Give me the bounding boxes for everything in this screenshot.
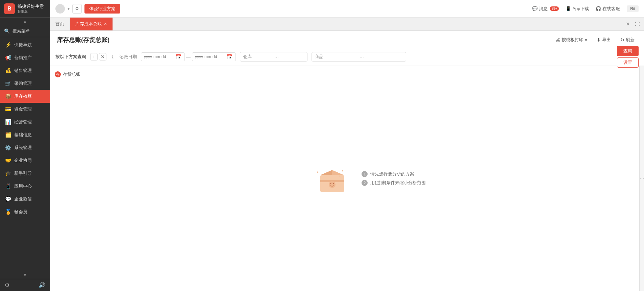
message-btn[interactable]: 💬 消息 99+ — [532, 6, 559, 12]
refresh-icon: ↻ — [620, 37, 624, 43]
industry-btn[interactable]: 体验行业方案 — [84, 4, 120, 14]
tab-inventory-cost[interactable]: 库存成本总账 ✕ — [70, 18, 113, 30]
svg-point-5 — [330, 183, 331, 184]
tab-close-icon[interactable]: ✕ — [104, 22, 107, 26]
data-area: ✦ ✦ ✦ 1 请先选择要分析的方案 2 用[过滤]条件来缩 — [100, 66, 639, 291]
sidebar: B 畅捷通好生意 标准版 ▲ 🔍 搜索菜单 ⚡快捷导航📢营销推广💰销售管理🛒采购… — [0, 0, 50, 291]
logo-text: 畅捷通好生意 标准版 — [18, 4, 44, 14]
online-service-btn[interactable]: 🎧 在线客服 — [596, 6, 620, 12]
filter-bar: 按以下方案查询 + ✕ 《 记账日期 📅 — 📅 仓库 — [50, 48, 644, 66]
sidebar-item-appstore[interactable]: 📱应用中心 — [0, 180, 50, 193]
scheme-item-inventory-ledger[interactable]: 存 存货总账 — [50, 69, 100, 80]
sidebar-item-purchase[interactable]: 🛒采购管理 — [0, 77, 50, 90]
filter-add-btn[interactable]: + — [90, 53, 98, 60]
sidebar-item-sales[interactable]: 💰销售管理 — [0, 64, 50, 77]
newbie-icon: 🎓 — [5, 170, 11, 176]
sidebar-item-basic[interactable]: 🗂️基础信息 — [0, 128, 50, 141]
goods-more-icon[interactable]: ⋯ — [360, 54, 403, 59]
purchase-icon: 🛒 — [5, 80, 11, 87]
message-icon: 💬 — [532, 6, 538, 11]
filter-action-btns: + ✕ 《 — [90, 53, 115, 60]
sidebar-item-newbie[interactable]: 🎓新手引导 — [0, 167, 50, 180]
svg-text:✦: ✦ — [316, 170, 319, 174]
settings-btn[interactable]: 设置 — [617, 57, 639, 68]
export-icon: ⬇ — [597, 37, 601, 43]
filter-del-btn[interactable]: ✕ — [99, 53, 106, 60]
goods-select[interactable]: 商品 ⋯ — [312, 52, 406, 62]
tab-close-window-btn[interactable]: ✕ — [624, 20, 632, 28]
sidebar-item-inventory[interactable]: 📦库存核算 — [0, 90, 50, 103]
content-area: 库存总账(存货总账) 🖨 按模板打印 ▾ ⬇ 导出 ↻ 刷新 按以下方案查询 — [50, 31, 644, 291]
audio-icon[interactable]: 🔊 — [39, 282, 45, 288]
message-badge: 99+ — [550, 6, 559, 11]
date-range-group: 📅 — 📅 — [141, 52, 236, 61]
search-menu-btn[interactable]: 🔍 搜索菜单 — [0, 25, 50, 37]
user-name[interactable]: Rit — [627, 5, 639, 12]
print-btn[interactable]: 🖨 按模板打印 ▾ — [553, 35, 590, 44]
tab-expand-btn[interactable]: ⛶ — [633, 20, 641, 28]
scroll-down-btn[interactable]: ▼ — [0, 271, 50, 279]
page-actions: 🖨 按模板打印 ▾ ⬇ 导出 ↻ 刷新 — [553, 35, 637, 44]
sidebar-item-finance[interactable]: 💳资金管理 — [0, 103, 50, 116]
date-start-field[interactable] — [144, 54, 174, 59]
export-btn[interactable]: ⬇ 导出 — [594, 35, 614, 44]
app-download-btn[interactable]: 📱 App下载 — [566, 6, 589, 12]
page-header: 库存总账(存货总账) 🖨 按模板打印 ▾ ⬇ 导出 ↻ 刷新 — [50, 31, 644, 48]
calendar-end-icon[interactable]: 📅 — [227, 54, 232, 59]
date-dash: — — [186, 54, 191, 59]
filter-label: 按以下方案查询 — [55, 54, 86, 60]
svg-text:✦: ✦ — [341, 169, 344, 172]
tab-bar: 首页 库存成本总账 ✕ ✕ ⛶ — [50, 18, 644, 31]
sidebar-item-enterprise[interactable]: 🤝企业协同 — [0, 154, 50, 167]
filter-layout: 存 存货总账 — [50, 66, 644, 291]
svg-marker-1 — [320, 170, 332, 175]
tip-text-2: 用[过滤]条件来缩小分析范围 — [370, 180, 425, 186]
filter-collapse-btn[interactable]: 《 — [108, 53, 115, 60]
user-dropdown-arrow[interactable]: ▾ — [68, 6, 70, 11]
sidebar-item-system[interactable]: ⚙️系统管理 — [0, 141, 50, 154]
tip-item-1: 1 请先选择要分析的方案 — [362, 171, 425, 177]
inventory-icon: 📦 — [5, 93, 11, 99]
scroll-up-btn[interactable]: ▲ — [0, 18, 50, 25]
refresh-btn[interactable]: ↻ 刷新 — [618, 35, 637, 44]
empty-tips: 1 请先选择要分析的方案 2 用[过滤]条件来缩小分析范围 — [362, 171, 425, 186]
tab-home[interactable]: 首页 — [50, 18, 70, 30]
resize-handle[interactable]: ⋮ — [640, 176, 644, 180]
page-title: 库存总账(存货总账) — [57, 36, 109, 44]
sales-icon: 💰 — [5, 68, 11, 74]
query-btn[interactable]: 查询 — [617, 46, 639, 56]
headset-icon: 🎧 — [596, 6, 601, 11]
sidebar-item-wechat[interactable]: 💬企业微信 — [0, 193, 50, 205]
svg-point-4 — [329, 181, 336, 188]
basic-icon: 🗂️ — [5, 132, 11, 138]
tip-num-1: 1 — [362, 171, 368, 177]
date-field-label: 记账日期 — [119, 54, 137, 60]
date-start-input[interactable]: 📅 — [141, 52, 185, 61]
svg-point-6 — [333, 183, 334, 184]
warehouse-placeholder: 仓库 — [243, 54, 273, 60]
marketing-icon: 📢 — [5, 55, 11, 61]
finance-icon: 💳 — [5, 106, 11, 112]
calendar-start-icon[interactable]: 📅 — [176, 54, 181, 59]
tip-text-1: 请先选择要分析的方案 — [370, 171, 414, 177]
sidebar-item-quick-nav[interactable]: ⚡快捷导航 — [0, 39, 50, 51]
sidebar-item-operation[interactable]: 📊经营管理 — [0, 116, 50, 128]
sidebar-item-member[interactable]: 🏅畅会员 — [0, 205, 50, 218]
appstore-icon: 📱 — [5, 183, 11, 189]
warehouse-select[interactable]: 仓库 ⋯ — [240, 52, 307, 62]
date-end-input[interactable]: 📅 — [192, 52, 236, 61]
sidebar-item-marketing[interactable]: 📢营销推广 — [0, 51, 50, 64]
scheme-item-label: 存货总账 — [63, 71, 80, 77]
gear-btn[interactable]: ⚙ — [72, 4, 82, 14]
svg-text:✦: ✦ — [339, 175, 341, 177]
top-bar-left: ▾ ⚙ 体验行业方案 — [55, 4, 532, 14]
settings-icon[interactable]: ⚙ — [5, 282, 9, 288]
system-icon: ⚙️ — [5, 145, 11, 151]
date-end-field[interactable] — [195, 54, 225, 59]
member-icon: 🏅 — [5, 209, 11, 215]
wechat-icon: 💬 — [5, 196, 11, 202]
warehouse-more-icon[interactable]: ⋯ — [274, 54, 304, 59]
top-bar-right: 💬 消息 99+ 📱 App下载 🎧 在线客服 Rit — [532, 5, 639, 12]
operation-icon: 📊 — [5, 119, 11, 125]
tip-item-2: 2 用[过滤]条件来缩小分析范围 — [362, 180, 425, 186]
